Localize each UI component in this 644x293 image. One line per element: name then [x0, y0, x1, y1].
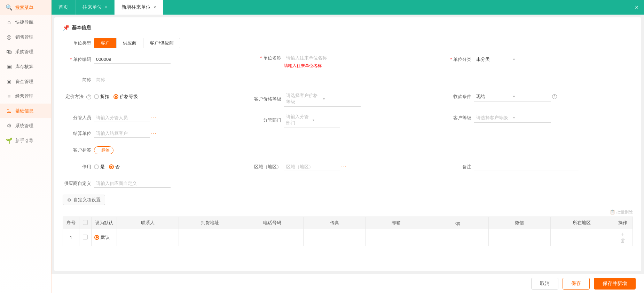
add-tag-button[interactable]: + 标签	[94, 146, 113, 154]
settlement-input[interactable]	[94, 129, 150, 138]
btn-both[interactable]: 客户/供应商	[143, 38, 180, 48]
btn-customer[interactable]: 客户	[94, 38, 116, 48]
cell-email[interactable]	[365, 229, 427, 246]
radio-default[interactable]: 默认	[94, 234, 114, 241]
row-checkbox[interactable]	[83, 235, 88, 239]
window-close-button[interactable]: ×	[629, 0, 644, 15]
sidebar-item-inventory[interactable]: ▣ 库存核算	[0, 59, 51, 74]
dept-select[interactable]: 请输入分管部门 ▾	[284, 112, 340, 128]
disabled-label: 停用	[63, 164, 94, 170]
sidebar-item-guide[interactable]: 🌱 新手引导	[0, 133, 51, 148]
unit-name-label: 单位名称	[253, 55, 284, 61]
cancel-button[interactable]: 取消	[531, 278, 558, 290]
col-default: 设为默认	[92, 217, 117, 229]
pricing-method-label: 定价方法 ?	[63, 93, 94, 100]
sidebar-item-system[interactable]: ⚙ 系统管理	[0, 118, 51, 133]
group-payment-terms: 收款条件 现结 ▾ ?	[443, 91, 633, 102]
sidebar: 🔍 搜索菜单 ⌂ 快捷导航 ◎ 销售管理 🛍 采购管理 ▣ 库存核算 ◉ 资金管…	[0, 0, 52, 293]
sidebar-item-search[interactable]: 🔍 搜索菜单	[0, 0, 51, 15]
unit-type-row: 单位类型 客户 供应商 客户/供应商	[63, 38, 633, 48]
cell-area[interactable]	[550, 229, 613, 246]
radio-price-level[interactable]: 价格等级	[113, 93, 138, 100]
flag-icon: 📌	[63, 24, 70, 31]
gear-icon: ⚙	[6, 122, 13, 129]
sidebar-item-purchase[interactable]: 🛍 采购管理	[0, 44, 51, 59]
customer-level-select[interactable]: 请选择客户等级 ▾	[474, 113, 551, 123]
unit-type-group: 客户 供应商 客户/供应商	[94, 38, 180, 48]
sidebar-item-quick-nav[interactable]: ⌂ 快捷导航	[0, 15, 51, 30]
row-supplier-custom: 供应商自定义	[63, 178, 633, 189]
customer-tag-label: 客户标签	[63, 147, 94, 153]
group-pricing-method: 定价方法 ? 折扣 价格等级	[63, 91, 253, 102]
save-button[interactable]: 保存	[563, 278, 590, 290]
manager-more-btn[interactable]: ···	[150, 115, 158, 121]
col-wechat: 微信	[489, 217, 550, 229]
payment-help-icon[interactable]: ?	[552, 94, 557, 99]
unit-code-input[interactable]	[94, 55, 171, 64]
tab-bar: 首页 往来单位 × 新增往来单位 × ×	[52, 0, 644, 15]
tab-partners[interactable]: 往来单位 ×	[76, 0, 115, 15]
short-name-input[interactable]	[94, 76, 171, 84]
btn-supplier[interactable]: 供应商	[116, 38, 143, 48]
cell-check[interactable]	[79, 229, 92, 246]
tab-partners-close[interactable]: ×	[105, 5, 107, 10]
cell-address[interactable]	[179, 229, 241, 246]
sidebar-item-basic-info[interactable]: 🗂 基础信息	[0, 104, 51, 118]
custom-settings-button[interactable]: ⚙ 自定义项设置	[63, 195, 105, 205]
address-input[interactable]	[182, 235, 238, 240]
row-short-name: 简称	[63, 74, 633, 86]
pricing-radio-group: 折扣 价格等级	[94, 93, 138, 100]
cell-contact[interactable]	[117, 229, 179, 246]
qq-input[interactable]	[430, 235, 486, 240]
wechat-input[interactable]	[492, 235, 547, 240]
region-input[interactable]	[284, 163, 340, 171]
tab-new-partner-close[interactable]: ×	[154, 5, 156, 10]
select-all-checkbox[interactable]	[83, 220, 88, 225]
pricing-help-icon[interactable]: ?	[86, 95, 91, 99]
area-input[interactable]	[553, 235, 610, 240]
manager-input[interactable]	[94, 114, 150, 122]
note-input[interactable]	[474, 163, 579, 171]
tab-home[interactable]: 首页	[52, 0, 76, 15]
group-unit-code: 单位编码	[63, 54, 253, 65]
radio-no-circle	[109, 164, 114, 169]
unit-category-select[interactable]: 未分类 ▾	[474, 55, 551, 64]
cell-fax[interactable]	[304, 229, 365, 246]
cell-wechat[interactable]	[489, 229, 550, 246]
supplier-custom-input[interactable]	[94, 179, 171, 188]
region-more-btn[interactable]: ···	[340, 164, 348, 170]
save-new-button[interactable]: 保存并新增	[594, 278, 636, 290]
sidebar-item-operations[interactable]: ≡ 经营管理	[0, 89, 51, 104]
radio-yes-circle	[94, 164, 99, 169]
contact-input[interactable]	[120, 235, 176, 240]
cell-default[interactable]: 默认	[92, 229, 117, 246]
cell-phone[interactable]	[241, 229, 304, 246]
unit-name-input[interactable]	[284, 54, 361, 62]
customer-price-select[interactable]: 请选择客户价格等级 ▾	[284, 91, 361, 107]
payment-terms-arrow-icon: ▾	[513, 95, 549, 98]
default-radio-circle	[94, 235, 99, 240]
delete-row-icon[interactable]: 🗑	[619, 237, 627, 243]
fax-input[interactable]	[306, 235, 362, 240]
cell-qq[interactable]	[427, 229, 489, 246]
group-disabled: 停用 是 否	[63, 161, 253, 172]
email-input[interactable]	[368, 235, 424, 240]
sidebar-item-finance[interactable]: ◉ 资金管理	[0, 74, 51, 89]
unit-type-label: 单位类型	[63, 40, 94, 46]
main-area: 首页 往来单位 × 新增往来单位 × × 📌 基本信息 单位类型 客户 供应商 …	[52, 0, 644, 293]
contact-table: 序号 设为默认 联系人 到货地址 电话号码 传真 邮箱 qq 微信 所在地区 操…	[63, 217, 633, 246]
sidebar-item-sales[interactable]: ◎ 销售管理	[0, 30, 51, 44]
sprout-icon: 🌱	[6, 137, 13, 144]
dept-label: 分管部门	[253, 117, 284, 123]
radio-disabled-yes[interactable]: 是	[94, 164, 105, 170]
settlement-more-btn[interactable]: ···	[150, 130, 158, 137]
doc-icon: ≡	[6, 93, 13, 99]
add-row-icon[interactable]: +	[620, 231, 625, 237]
radio-discount[interactable]: 折扣	[94, 93, 109, 100]
phone-input[interactable]	[244, 235, 300, 240]
batch-delete-button[interactable]: 📋 批量删除	[63, 209, 633, 215]
payment-terms-select[interactable]: 现结 ▾	[474, 92, 551, 101]
tab-new-partner[interactable]: 新增往来单位 ×	[115, 0, 163, 15]
cell-seq: 1	[63, 229, 79, 246]
radio-disabled-no[interactable]: 否	[109, 164, 120, 170]
